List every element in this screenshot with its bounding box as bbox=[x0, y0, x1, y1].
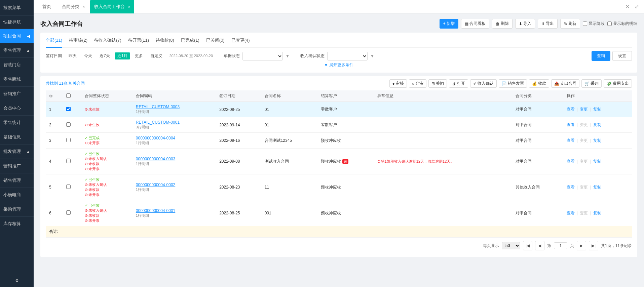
op-view[interactable]: 查看 bbox=[567, 138, 575, 143]
op-copy[interactable]: 复制 bbox=[593, 122, 601, 127]
th-date[interactable]: 签订日期 bbox=[216, 90, 261, 102]
contract-code-link[interactable]: 0000000000004-0004 bbox=[136, 136, 175, 140]
contract-code-link[interactable]: 0000000000004-0003 bbox=[136, 157, 175, 161]
contract-code-link[interactable]: RETAIL_CUSTOM-0001 bbox=[136, 120, 180, 125]
filter-tab-pending-review[interactable]: 待审核(2) bbox=[69, 36, 87, 45]
sidebar-item-base[interactable]: 基础信息 bbox=[0, 130, 34, 145]
tab-contract-type[interactable]: 合同分类 × bbox=[56, 0, 90, 13]
date-opt-more[interactable]: 更多 bbox=[132, 52, 146, 59]
th-checkbox[interactable] bbox=[63, 90, 81, 102]
op-edit[interactable]: 变更 bbox=[580, 107, 588, 112]
sidebar-item-project[interactable]: 项目合同 ◀ bbox=[0, 29, 34, 43]
query-button[interactable]: 查询 bbox=[592, 51, 610, 61]
filter-tab-done[interactable]: 已完成(1) bbox=[181, 36, 199, 45]
op-copy[interactable]: 复制 bbox=[593, 107, 601, 112]
th-setting[interactable]: ⚙ bbox=[46, 90, 63, 102]
status-filter-select[interactable] bbox=[242, 52, 283, 60]
sidebar-quicknav[interactable]: 快捷导航 bbox=[0, 16, 34, 29]
confirm-filter-select[interactable] bbox=[327, 52, 368, 60]
refresh-button[interactable]: ↻ 刷新 bbox=[560, 19, 580, 29]
th-status[interactable]: 合同整体状态 bbox=[81, 90, 132, 102]
op-view[interactable]: 查看 bbox=[567, 185, 575, 190]
sidebar-item-xiaochange[interactable]: 小畅电商 bbox=[0, 188, 34, 202]
sidebar-search[interactable]: 搜索菜单 bbox=[0, 0, 34, 16]
window-close-icon[interactable]: ✕ bbox=[622, 3, 633, 10]
contract-code-link[interactable]: 0000000000004-0001 bbox=[136, 208, 175, 213]
show-stage-checkbox[interactable]: 显示阶段 bbox=[583, 21, 605, 27]
print-action-btn[interactable]: 🖨 打开 bbox=[449, 79, 468, 88]
cell-checkbox[interactable] bbox=[63, 149, 81, 174]
th-abnormal[interactable]: 异常信息 bbox=[374, 90, 512, 102]
contract-code-link[interactable]: RETAIL_CUSTOM-0003 bbox=[136, 105, 180, 109]
date-opt-custom[interactable]: 自定义 bbox=[148, 52, 165, 59]
add-button[interactable]: + 新增 bbox=[440, 19, 458, 29]
first-page-btn[interactable]: |◀ bbox=[523, 241, 532, 250]
table-scroll[interactable]: ⚙ 合同整体状态 合同编码 签订日期 合同名称 结算客户 异常信息 合同分类 操… bbox=[46, 90, 632, 238]
filter-tab-changed[interactable]: 已变更(4) bbox=[231, 36, 250, 45]
prev-page-btn[interactable]: ◀ bbox=[535, 241, 544, 250]
sidebar-item-ecom[interactable]: 零售商城 bbox=[0, 72, 34, 87]
op-copy[interactable]: 复制 bbox=[593, 138, 601, 143]
filter-tab-all[interactable]: 全部(11) bbox=[46, 36, 62, 45]
sidebar-item-member[interactable]: 会员中心 bbox=[0, 101, 34, 116]
cell-checkbox[interactable] bbox=[63, 102, 81, 117]
op-copy[interactable]: 复制 bbox=[593, 185, 601, 190]
delete-button[interactable]: 🗑 删除 bbox=[492, 19, 513, 29]
page-size-select[interactable]: 50 100 200 bbox=[502, 242, 520, 249]
filter-tab-closed[interactable]: 已关闭(0) bbox=[206, 36, 225, 45]
output-action-btn[interactable]: 📤 支出合同 bbox=[551, 79, 579, 88]
op-copy[interactable]: 复制 bbox=[593, 211, 601, 215]
date-opt-today[interactable]: 今天 bbox=[81, 52, 95, 59]
op-view[interactable]: 查看 bbox=[567, 159, 575, 164]
confirm-action-btn[interactable]: ✔ 收入确认 bbox=[470, 79, 497, 88]
sidebar-item-retail[interactable]: 零售管理 ▲ bbox=[0, 43, 34, 58]
purchase-action-btn[interactable]: 🛒 采购 bbox=[581, 79, 602, 88]
view-button[interactable]: ▦ 合同看板 bbox=[461, 19, 489, 29]
set-button[interactable]: 设置 bbox=[612, 51, 632, 61]
op-view[interactable]: 查看 bbox=[567, 211, 575, 215]
sidebar-item-marketing[interactable]: 营销推广 bbox=[0, 87, 34, 101]
abandon-action-btn[interactable]: ○ 弃审 bbox=[409, 79, 426, 88]
next-page-btn[interactable]: ▶ bbox=[577, 241, 586, 250]
th-name[interactable]: 合同名称 bbox=[261, 90, 318, 102]
cell-checkbox[interactable] bbox=[63, 117, 81, 133]
last-page-btn[interactable]: ▶| bbox=[589, 241, 598, 250]
expand-more-btn[interactable]: ▼ 展开更多条件 bbox=[46, 62, 632, 68]
filter-tab-pending-confirm[interactable]: 待收入确认(7) bbox=[94, 36, 121, 45]
sidebar-item-wholesale[interactable]: 批发管理 ▲ bbox=[0, 145, 34, 159]
tab-home[interactable]: 首页 bbox=[37, 0, 56, 13]
show-detail-checkbox[interactable]: 显示标的明细 bbox=[607, 21, 637, 27]
sidebar-item-smart[interactable]: 智慧门店 bbox=[0, 58, 34, 72]
sidebar-settings[interactable]: ⚙ bbox=[0, 274, 34, 287]
sidebar-item-inventory[interactable]: 库存核算 bbox=[0, 217, 34, 231]
invoice-action-btn[interactable]: 📄 销售发票 bbox=[499, 79, 527, 88]
cell-checkbox[interactable] bbox=[63, 174, 81, 200]
page-input[interactable] bbox=[554, 242, 567, 249]
cell-checkbox[interactable] bbox=[63, 133, 81, 149]
close-action-btn[interactable]: ⊞ 关闭 bbox=[428, 79, 447, 88]
sidebar-item-stats[interactable]: 零售统计 bbox=[0, 116, 34, 130]
tab-income-workbench[interactable]: 收入合同工作台 × bbox=[90, 0, 134, 13]
import-button[interactable]: ⬇ 导入 bbox=[515, 19, 535, 29]
contract-code-link[interactable]: 0000000000004-0002 bbox=[136, 182, 175, 187]
sidebar-item-purchase[interactable]: 采购管理 bbox=[0, 202, 34, 217]
op-copy[interactable]: 复制 bbox=[593, 159, 601, 164]
filter-tab-pending-invoice[interactable]: 待开票(11) bbox=[128, 36, 149, 45]
tab-close-income-workbench[interactable]: × bbox=[128, 5, 130, 9]
filter-tab-pending-payment[interactable]: 待收款(8) bbox=[156, 36, 174, 45]
th-category[interactable]: 合同分类 bbox=[512, 90, 563, 102]
sidebar-item-mkt2[interactable]: 营销推广 bbox=[0, 159, 34, 173]
date-opt-yesterday[interactable]: 昨天 bbox=[66, 52, 79, 59]
op-view[interactable]: 查看 bbox=[567, 122, 575, 127]
th-code[interactable]: 合同编码 bbox=[132, 90, 216, 102]
window-maximize-icon[interactable]: ⤢ bbox=[633, 3, 641, 10]
export-button[interactable]: ⬆ 导出 bbox=[538, 19, 558, 29]
date-opt-last1m[interactable]: 近1月 bbox=[115, 52, 130, 59]
cell-checkbox[interactable] bbox=[63, 200, 81, 226]
expense-action-btn[interactable]: 💸 费用支出 bbox=[604, 79, 632, 88]
payment-action-btn[interactable]: 💰 收款 bbox=[529, 79, 549, 88]
review-action-btn[interactable]: ● 审核 bbox=[389, 79, 407, 88]
sidebar-item-sales[interactable]: 销售管理 bbox=[0, 173, 34, 188]
op-view[interactable]: 查看 bbox=[567, 107, 575, 112]
tab-close-contract-type[interactable]: × bbox=[83, 5, 85, 9]
